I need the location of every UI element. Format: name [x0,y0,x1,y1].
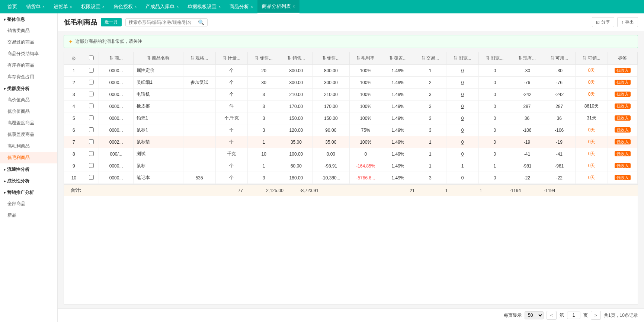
sidebar-item-high-margin[interactable]: 高毛利商品 [0,140,57,152]
th-check[interactable] [84,52,99,65]
nav-close-icon[interactable]: × [70,5,72,9]
cell-name: 笔记本 [134,172,183,184]
page-size-select[interactable]: 50 100 200 [525,311,544,319]
th-sale-amount[interactable]: ⇅ 销售... [312,52,349,65]
page-label: 第 [560,312,564,319]
cell-check[interactable] [84,148,99,160]
th-trade-count[interactable]: ⇅ 交易... [414,52,446,65]
cell-browse1[interactable]: 0 [446,124,479,136]
cell-check[interactable] [84,77,99,89]
cell-browse1[interactable]: 0 [446,112,479,124]
th-browse2[interactable]: ⇅ 浏览... [478,52,511,65]
sidebar-item-stocked-products[interactable]: 有库存的商品 [0,60,57,71]
cell-spec: 参加复试 [183,77,215,89]
nav-close-icon[interactable]: × [251,5,253,9]
sidebar-section-title-growth[interactable]: ▸ 成长性分析 [0,175,57,186]
cell-unit: 个 [215,77,248,89]
th-current-stock[interactable]: ⇅ 现有... [511,52,543,65]
sidebar-item-high-coverage[interactable]: 高覆盖度商品 [0,117,57,129]
footer-sold-qty: 77 [223,188,257,193]
page-number-input[interactable] [567,312,580,319]
nav-role-auth[interactable]: 角色授权 × [109,0,141,13]
cell-browse1[interactable]: 0 [446,65,479,77]
cell-check[interactable] [84,124,99,136]
prev-page-button[interactable]: ＜ [547,311,557,320]
table-row: 6 0000... 鼠标1 个 3 120.00 90.00 75% 1.49%… [64,124,638,136]
cell-check[interactable] [84,89,99,101]
cell-browse1[interactable]: 0 [446,148,479,160]
sidebar-section-title-flow[interactable]: ▸ 流通性分析 [0,163,57,175]
th-name[interactable]: ⇅ 商品名称 [134,52,183,65]
nav-purchase-order[interactable]: 进货单 × [49,0,77,13]
nav-close-icon[interactable]: × [135,5,137,9]
cell-check[interactable] [84,101,99,112]
sidebar-section-title-overall[interactable]: ▾ 整体信息 [0,13,57,25]
th-sold-qty[interactable]: ⇅ 销售... [248,52,280,65]
sidebar-item-new-products[interactable]: 新品 [0,210,57,221]
cell-browse1[interactable]: 1 [446,160,479,172]
cell-check[interactable] [84,160,99,172]
next-page-button[interactable]: ＞ [591,311,601,320]
th-code[interactable]: ⇅ 商... [99,52,133,65]
nav-product-analysis-list[interactable]: 商品分析列表 × [257,0,299,13]
nav-sales-order[interactable]: 销货单 × [22,0,49,13]
cell-browse1[interactable]: 0 [446,136,479,148]
sidebar-item-sales-products[interactable]: 销售类商品 [0,25,57,36]
th-settings[interactable]: ⚙ [64,52,84,65]
search-icon[interactable]: 🔍 [198,19,204,25]
cell-code: 0000... [99,160,133,172]
cell-spec [183,101,215,112]
cell-browse2: 1 [478,160,511,172]
sidebar-item-high-value[interactable]: 高价值商品 [0,94,57,106]
cell-gross-margin: 100% [349,136,382,148]
sidebar-section-title-cluster[interactable]: ▾ 类群度分析 [0,83,57,94]
main-content: 低毛利商品 近一月 🔍 ⊡ 分享 ↑ 导出 ✦ 这部分商品的利润非常低，请关注 [58,13,644,322]
nav-product-entry[interactable]: 产成品入库单 × [141,0,183,13]
sidebar-item-traded-products[interactable]: 交易过的商品 [0,36,57,48]
cell-browse1[interactable]: 0 [446,172,479,184]
th-available-stock[interactable]: ⇅ 可用... [543,52,576,65]
nav-close-icon[interactable]: × [293,4,295,9]
sidebar-item-low-value[interactable]: 低价值商品 [0,106,57,117]
sidebar-section-title-marketing[interactable]: ▾ 营销推广分析 [0,186,57,198]
share-button[interactable]: ⊡ 分享 [592,17,614,27]
export-button[interactable]: ↑ 导出 [617,17,638,27]
th-unit[interactable]: ⇅ 计量... [215,52,248,65]
period-button[interactable]: 近一月 [101,18,122,26]
nav-product-analysis[interactable]: 商品分析 × [225,0,257,13]
cell-browse1[interactable]: 0 [446,89,479,101]
sort-icon: ⇅ [356,55,360,61]
nav-close-icon[interactable]: × [218,5,221,9]
sidebar-item-stock-capital[interactable]: 库存资金占用 [0,71,57,83]
th-spec[interactable]: ⇅ 规格... [183,52,215,65]
sidebar-item-low-coverage[interactable]: 低覆盖度商品 [0,129,57,140]
nav-template-settings[interactable]: 单据模板设置 × [183,0,225,13]
nav-close-icon[interactable]: × [102,5,105,9]
cell-name: 电话机 [134,89,183,101]
cell-browse1[interactable]: 0 [446,101,479,112]
th-sale-price[interactable]: ⇅ 销售... [280,52,313,65]
search-input[interactable] [129,20,196,25]
th-tag[interactable]: 标签 [608,52,637,65]
sidebar-item-low-margin[interactable]: 低毛利商品 [0,152,57,163]
cell-browse1[interactable]: 0 [446,77,479,89]
th-gross-margin[interactable]: ⇅ 毛利率 [349,52,382,65]
cell-available-stock: 287 [543,101,576,112]
cell-unit: 个 [215,124,248,136]
sidebar-item-all-products[interactable]: 全部商品 [0,198,57,210]
nav-home[interactable]: 首页 [3,0,22,13]
cell-check[interactable] [84,65,99,77]
cell-unit: 个,千克 [215,112,248,124]
cell-check[interactable] [84,112,99,124]
cell-check[interactable] [84,136,99,148]
cell-code: 0000... [99,101,133,112]
th-saleable-days[interactable]: ⇅ 可销... [576,52,608,65]
nav-close-icon[interactable]: × [42,5,45,9]
th-coverage[interactable]: ⇅ 覆盖... [382,52,414,65]
th-browse1[interactable]: ⇅ 浏览... [446,52,479,65]
cell-sale-price: 800.00 [280,65,313,77]
cell-check[interactable] [84,172,99,184]
sidebar-item-category-sales-rate[interactable]: 商品分类助销率 [0,48,57,60]
nav-permission-settings[interactable]: 权限设置 × [77,0,109,13]
nav-close-icon[interactable]: × [176,5,179,9]
